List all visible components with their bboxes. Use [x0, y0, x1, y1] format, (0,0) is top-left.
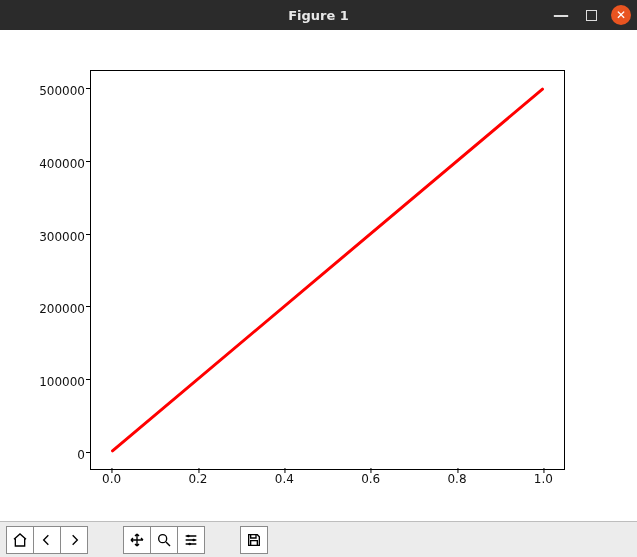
svg-line-2 [166, 542, 170, 546]
window-titlebar: Figure 1 — ✕ [0, 0, 637, 30]
x-tick-label: 0.8 [447, 472, 466, 486]
maximize-button[interactable] [581, 5, 601, 25]
svg-point-3 [187, 534, 190, 537]
sliders-icon [183, 532, 199, 548]
x-tick-label: 0.4 [275, 472, 294, 486]
x-tick-label: 0.2 [188, 472, 207, 486]
y-tick-label: 100000 [5, 375, 85, 383]
zoom-icon [156, 532, 172, 548]
x-tick-label: 0.0 [102, 472, 121, 486]
pan-button[interactable] [123, 526, 151, 554]
matplotlib-toolbar [0, 521, 637, 557]
pan-icon [129, 532, 145, 548]
save-icon [246, 532, 262, 548]
save-button[interactable] [240, 526, 268, 554]
y-tick-label: 200000 [5, 302, 85, 310]
y-tick-label: 300000 [5, 230, 85, 238]
y-tick-label: 400000 [5, 157, 85, 165]
close-button[interactable]: ✕ [611, 5, 631, 25]
y-tick-label: 0 [5, 448, 85, 456]
line-plot [91, 71, 564, 469]
back-arrow-icon [39, 532, 55, 548]
forward-arrow-icon [66, 532, 82, 548]
svg-point-4 [192, 538, 195, 541]
figure-canvas: 0100000200000300000400000500000 0.00.20.… [0, 30, 637, 521]
x-tick-label: 1.0 [534, 472, 553, 486]
svg-point-1 [159, 534, 167, 542]
window-title: Figure 1 [288, 8, 349, 23]
configure-button[interactable] [177, 526, 205, 554]
zoom-button[interactable] [150, 526, 178, 554]
y-tick-label: 500000 [5, 84, 85, 92]
home-icon [12, 532, 28, 548]
minimize-button[interactable]: — [551, 5, 571, 25]
svg-line-0 [113, 89, 543, 451]
back-button[interactable] [33, 526, 61, 554]
svg-point-5 [188, 542, 191, 545]
x-tick-label: 0.6 [361, 472, 380, 486]
forward-button[interactable] [60, 526, 88, 554]
home-button[interactable] [6, 526, 34, 554]
plot-axes[interactable] [90, 70, 565, 470]
maximize-icon [586, 10, 597, 21]
close-icon: ✕ [611, 5, 631, 25]
